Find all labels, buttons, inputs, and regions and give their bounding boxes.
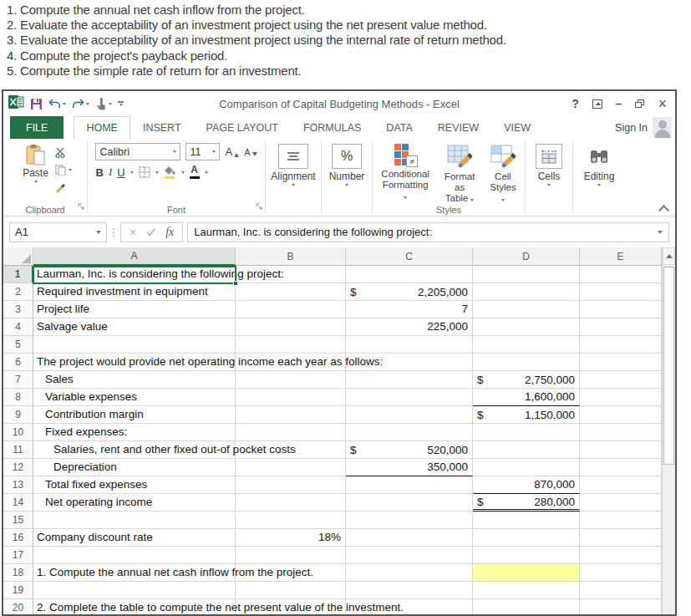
cell-D7[interactable]: $2,750,000	[473, 371, 580, 389]
row-header-19[interactable]: 19	[3, 582, 33, 599]
number-button[interactable]: % Number	[323, 143, 371, 203]
cell-D18[interactable]	[473, 564, 580, 582]
cell-D10[interactable]	[473, 424, 580, 441]
redo-button[interactable]	[72, 99, 89, 109]
cell-D11[interactable]	[473, 441, 580, 459]
scrollbar-thumb[interactable]	[663, 267, 674, 465]
cell-D4[interactable]	[473, 318, 580, 336]
cell-C7[interactable]	[346, 371, 473, 389]
paste-button[interactable]: Paste	[18, 143, 53, 203]
cut-button[interactable]	[55, 145, 72, 159]
cell-D2[interactable]	[473, 283, 580, 301]
undo-button[interactable]	[48, 99, 66, 109]
row-header-20[interactable]: 20	[3, 599, 33, 616]
cell-E3[interactable]	[580, 301, 662, 318]
cell-E19[interactable]	[580, 582, 662, 599]
cell-A3[interactable]: Project life	[33, 301, 236, 318]
formula-bar-expand-icon[interactable]	[658, 231, 663, 234]
cell-C4[interactable]: 225,000	[346, 318, 473, 336]
cell-D14[interactable]: $280,000	[473, 494, 580, 512]
scroll-up-button[interactable]	[663, 247, 675, 265]
cell-A15[interactable]	[33, 512, 236, 529]
cell-C10[interactable]	[346, 424, 473, 441]
cell-C17[interactable]	[346, 547, 473, 564]
cell-C15[interactable]	[346, 512, 473, 529]
row-header-14[interactable]: 14	[3, 494, 33, 512]
restore-button[interactable]	[635, 99, 644, 108]
redo-dropdown-icon[interactable]	[86, 103, 89, 105]
cell-B14[interactable]	[236, 494, 346, 512]
cell-B3[interactable]	[236, 301, 346, 318]
font-color-button[interactable]: A	[190, 165, 200, 179]
row-header-6[interactable]: 6	[3, 354, 33, 371]
cell-D19[interactable]	[473, 582, 580, 599]
cell-B9[interactable]	[236, 406, 346, 424]
cell-D1[interactable]	[473, 266, 580, 283]
row-header-4[interactable]: 4	[3, 318, 33, 336]
column-header-A[interactable]: A	[33, 247, 236, 266]
cell-B8[interactable]	[236, 389, 346, 406]
tab-formulas[interactable]: FORMULAS	[291, 116, 373, 139]
cell-A13[interactable]: Total fixed expenses	[33, 476, 236, 494]
underline-dropdown-icon[interactable]	[130, 171, 134, 174]
select-all-button[interactable]	[3, 247, 33, 266]
cell-C19[interactable]	[346, 582, 473, 599]
cancel-entry-button[interactable]: ×	[130, 226, 136, 239]
undo-dropdown-icon[interactable]	[63, 103, 66, 105]
row-header-12[interactable]: 12	[3, 459, 33, 476]
cell-E14[interactable]	[580, 494, 662, 512]
cell-D15[interactable]	[473, 512, 580, 529]
cell-B16[interactable]: 18%	[236, 529, 346, 547]
format-as-table-button[interactable]: Format as Table	[439, 143, 480, 203]
cell-B10[interactable]	[236, 424, 346, 441]
vertical-scrollbar[interactable]	[662, 247, 675, 616]
row-header-8[interactable]: 8	[3, 389, 33, 406]
cell-D5[interactable]	[473, 336, 580, 354]
row-header-13[interactable]: 13	[3, 476, 33, 494]
row-header-7[interactable]: 7	[3, 371, 33, 389]
cell-E5[interactable]	[580, 336, 662, 354]
sign-in[interactable]: Sign In	[615, 116, 675, 139]
row-header-9[interactable]: 9	[3, 406, 33, 424]
cell-D6[interactable]	[473, 354, 580, 371]
help-button[interactable]: ?	[572, 98, 579, 109]
cell-C1[interactable]	[346, 266, 473, 283]
tab-review[interactable]: REVIEW	[425, 116, 491, 139]
formula-bar-splitter[interactable]	[111, 228, 116, 237]
name-box[interactable]: A1	[9, 222, 107, 242]
row-header-2[interactable]: 2	[3, 283, 33, 301]
row-header-1[interactable]: 1	[3, 266, 33, 283]
cell-C13[interactable]	[346, 476, 473, 494]
cell-D13[interactable]: 870,000	[473, 476, 580, 494]
cells-button[interactable]: Cells	[530, 143, 568, 203]
cell-E4[interactable]	[580, 318, 662, 336]
clipboard-dialog-launcher[interactable]	[78, 199, 85, 214]
avatar-icon[interactable]	[653, 117, 672, 138]
row-header-5[interactable]: 5	[3, 336, 33, 354]
shrink-font-button[interactable]: A	[244, 147, 257, 157]
cell-A9[interactable]: Contribution margin	[33, 406, 236, 424]
cell-D20[interactable]	[473, 599, 580, 616]
cell-A2[interactable]: Required investment in equipment	[33, 283, 236, 301]
cell-E18[interactable]	[580, 564, 662, 582]
column-header-C[interactable]: C	[346, 247, 473, 266]
tab-home[interactable]: HOME	[74, 116, 130, 139]
cell-C12[interactable]: 350,000	[346, 459, 473, 476]
ribbon-display-options-button[interactable]	[592, 99, 602, 109]
alignment-button[interactable]: Alignment	[265, 143, 321, 203]
cell-E16[interactable]	[580, 529, 662, 547]
font-size-combo[interactable]: 11	[185, 143, 220, 160]
cell-A5[interactable]	[33, 336, 236, 354]
tab-file[interactable]: FILE	[10, 116, 64, 139]
cell-D17[interactable]	[473, 547, 580, 564]
cell-B13[interactable]	[236, 476, 346, 494]
tab-data[interactable]: DATA	[373, 116, 424, 139]
font-name-combo[interactable]: Calibri	[95, 143, 180, 160]
close-button[interactable]: ×	[658, 96, 667, 111]
cell-C14[interactable]	[346, 494, 473, 512]
cell-D9[interactable]: $1,150,000	[473, 406, 580, 424]
italic-button[interactable]: I	[109, 165, 112, 179]
cell-D12[interactable]	[473, 459, 580, 476]
cell-A8[interactable]: Variable expenses	[33, 389, 236, 406]
cell-C5[interactable]	[346, 336, 473, 354]
